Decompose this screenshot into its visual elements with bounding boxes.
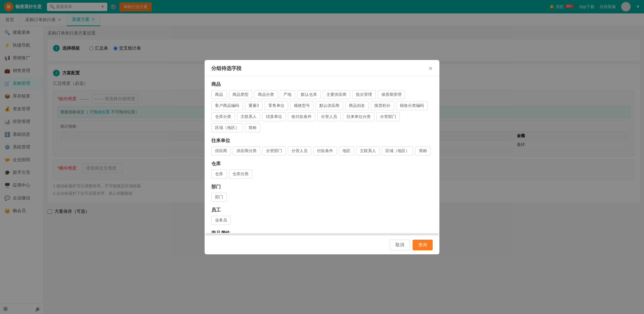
field-tag-sales-rep[interactable]: 业务员: [211, 216, 231, 225]
field-tag-goods-alias[interactable]: 商品别名: [345, 101, 369, 110]
field-selection-modal: 分组待选字段 ✕ 商品 商品 商品类型 商品分类 产地 默认仓库 主要供应商 批…: [205, 60, 439, 254]
field-tag-area[interactable]: 地区: [339, 146, 354, 155]
modal-header: 分组待选字段 ✕: [205, 60, 439, 76]
field-tag-supplier-category[interactable]: 供应商分类: [233, 146, 260, 155]
section-goods: 商品 商品 商品类型 商品分类 产地 默认仓库 主要供应商 批次管理 保质期管理…: [211, 81, 433, 132]
modal-confirm-btn[interactable]: 查询: [413, 240, 433, 250]
field-tag-batch-mgmt[interactable]: 批次管理: [352, 90, 376, 99]
field-tag-supervisor[interactable]: 分管人员: [317, 112, 341, 121]
section-goods-attr: 商品属性 属性 颜色 多规格 尺码 鞋码 1: [211, 230, 433, 233]
field-tag-region[interactable]: 区域（地区）: [211, 123, 243, 132]
field-tag-short-name[interactable]: 简称: [245, 123, 260, 132]
field-tag-settlement-unit[interactable]: 结算单位: [262, 112, 286, 121]
field-tag-partner-short-name[interactable]: 简称: [415, 146, 431, 155]
field-tag-goods-category[interactable]: 商品分类: [254, 90, 278, 99]
section-dept-title: 部门: [211, 184, 433, 190]
field-tag-origin[interactable]: 产地: [280, 90, 295, 99]
section-partners-tags: 供应商 供应商分类 分管部门 分管人员 付款条件 地区 主联系人 区域（地区） …: [211, 146, 433, 155]
field-tag-weight[interactable]: 重量3: [245, 101, 263, 110]
field-tag-goods-type[interactable]: 商品类型: [229, 90, 252, 99]
modal-cancel-btn[interactable]: 取消: [390, 240, 410, 250]
section-warehouse-title: 仓库: [211, 161, 433, 167]
field-tag-payment-terms[interactable]: 收付款条件: [288, 112, 315, 121]
section-partners: 往来单位 供应商 供应商分类 分管部门 分管人员 付款条件 地区 主联系人 区域…: [211, 138, 433, 155]
field-tag-goods[interactable]: 商品: [211, 90, 227, 99]
field-tag-customer-code[interactable]: 客户商品编码: [211, 101, 243, 110]
field-tag-default-supplier[interactable]: 默认供应商: [316, 101, 343, 110]
section-dept: 部门 部门: [211, 184, 433, 202]
section-employee-tags: 业务员: [211, 216, 433, 225]
field-tag-warehouse[interactable]: 仓库: [211, 170, 227, 179]
field-tag-spec-model[interactable]: 规格型号: [290, 101, 314, 110]
field-tag-default-warehouse[interactable]: 默认仓库: [297, 90, 321, 99]
modal-overlay[interactable]: 分组待选字段 ✕ 商品 商品 商品类型 商品分类 产地 默认仓库 主要供应商 批…: [0, 0, 644, 314]
modal-body: 商品 商品 商品类型 商品分类 产地 默认仓库 主要供应商 批次管理 保质期管理…: [205, 76, 439, 233]
field-tag-retail-unit[interactable]: 零售单位: [265, 101, 288, 110]
section-goods-tags: 商品 商品类型 商品分类 产地 默认仓库 主要供应商 批次管理 保质期管理 客户…: [211, 90, 433, 132]
field-tag-pick-points[interactable]: 拣货积分: [371, 101, 394, 110]
field-tag-warehouse-category[interactable]: 仓库分类: [211, 112, 235, 121]
section-dept-tags: 部门: [211, 193, 433, 202]
field-tag-main-contact[interactable]: 主联系人: [237, 112, 260, 121]
modal-footer: 取消 查询: [205, 235, 439, 254]
field-tag-supplier[interactable]: 供应商: [211, 146, 231, 155]
section-warehouse: 仓库 仓库 仓库分类: [211, 161, 433, 179]
field-tag-partner-category[interactable]: 往来单位分类: [343, 112, 374, 121]
section-employee-title: 员工: [211, 207, 433, 213]
field-tag-payment-condition[interactable]: 付款条件: [313, 146, 337, 155]
field-tag-tax-code[interactable]: 税收分类编码: [396, 101, 428, 110]
field-tag-dept[interactable]: 部门: [211, 193, 227, 202]
field-tag-shelf-life[interactable]: 保质期管理: [378, 90, 405, 99]
field-tag-partner-main-contact[interactable]: 主联系人: [356, 146, 380, 155]
field-tag-main-supplier[interactable]: 主要供应商: [323, 90, 350, 99]
modal-title: 分组待选字段: [211, 65, 241, 72]
field-tag-partner-region[interactable]: 区域（地区）: [382, 146, 413, 155]
field-tag-dept-in-charge[interactable]: 分管部门: [376, 112, 400, 121]
section-employee: 员工 业务员: [211, 207, 433, 225]
field-tag-partner-dept[interactable]: 分管部门: [262, 146, 286, 155]
modal-close-icon[interactable]: ✕: [428, 65, 433, 72]
field-tag-warehouse-cat[interactable]: 仓库分类: [229, 170, 252, 179]
modal-horizontal-scrollbar[interactable]: [205, 233, 439, 235]
section-warehouse-tags: 仓库 仓库分类: [211, 170, 433, 179]
section-goods-title: 商品: [211, 81, 433, 87]
section-goods-attr-title: 商品属性: [211, 230, 433, 233]
field-tag-partner-supervisor[interactable]: 分管人员: [288, 146, 311, 155]
section-partners-title: 往来单位: [211, 138, 433, 144]
